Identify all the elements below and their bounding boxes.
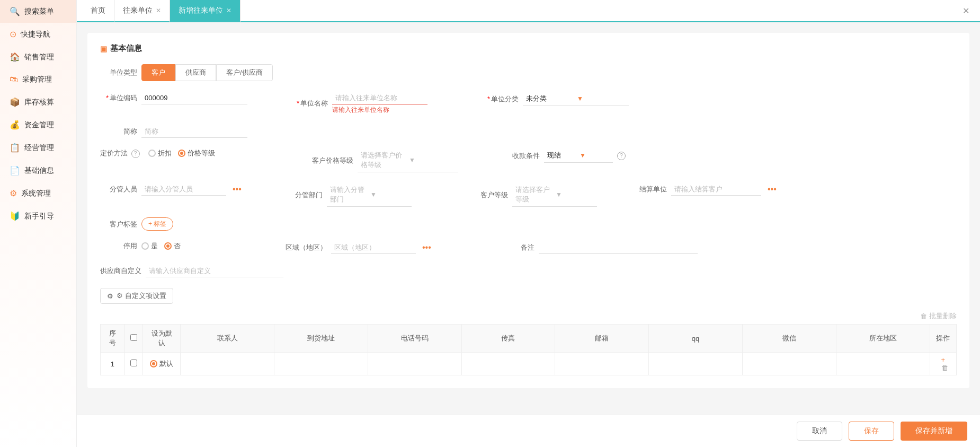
row-qq[interactable] xyxy=(649,353,743,375)
unit-name-input[interactable] xyxy=(332,92,427,104)
row-checkbox[interactable] xyxy=(124,353,142,375)
close-new-contact-tab[interactable]: ✕ xyxy=(226,7,231,14)
payment-terms-field: 收款条件 现结 ▼ ? xyxy=(503,148,957,163)
sidebar-item-finance[interactable]: 💰 资金管理 xyxy=(0,113,76,136)
contact-input[interactable] xyxy=(186,360,269,368)
save-and-new-button[interactable]: 保存并新增 xyxy=(901,422,967,441)
contact-table: 序号 设为默认 联系人 到货地址 电话号码 传真 邮箱 qq 微信 所在地区 xyxy=(100,324,957,375)
sidebar-item-operations[interactable]: 📋 经营管理 xyxy=(0,136,76,159)
cancel-button[interactable]: 取消 xyxy=(797,422,842,441)
row-delete-btn[interactable]: 🗑 xyxy=(941,364,948,372)
payment-help-icon[interactable]: ? xyxy=(617,152,626,160)
close-contacts-tab[interactable]: ✕ xyxy=(156,7,161,14)
manager-input[interactable] xyxy=(141,183,226,196)
tab-home[interactable]: 首页 xyxy=(82,0,114,22)
discount-radio-circle xyxy=(148,150,156,157)
table-row: 1 默认 xyxy=(101,353,957,375)
supplier-custom-field: 供应商自定义 xyxy=(100,265,957,277)
sidebar-item-shortcut[interactable]: ⊙ 快捷导航 xyxy=(0,23,76,46)
tags-field: 客户标签 + 标签 xyxy=(100,217,957,231)
qq-input[interactable] xyxy=(654,360,737,368)
batch-delete-label[interactable]: 批量删除 xyxy=(929,311,957,321)
settlement-unit-input[interactable] xyxy=(671,183,761,196)
box-icon: 📦 xyxy=(10,97,20,107)
supplier-custom-label: 供应商自定义 xyxy=(100,266,141,276)
region-input[interactable] xyxy=(331,241,416,254)
row-contact[interactable] xyxy=(181,353,274,375)
unit-category-field: *单位分类 未分类 ▼ xyxy=(482,92,957,106)
sidebar-item-search[interactable]: 🔍 搜索菜单 xyxy=(0,0,76,23)
sidebar-item-basic[interactable]: 📄 基础信息 xyxy=(0,159,76,182)
col-check xyxy=(124,325,142,353)
no-radio-circle xyxy=(164,242,172,250)
unit-category-select[interactable]: 未分类 ▼ xyxy=(523,92,629,106)
category-arrow-icon: ▼ xyxy=(577,95,626,102)
row-add-btn[interactable]: + xyxy=(941,356,945,364)
col-no: 序号 xyxy=(101,325,125,353)
row-ops: + 🗑 xyxy=(930,353,956,375)
address-input[interactable] xyxy=(280,360,362,368)
phone-input[interactable] xyxy=(373,360,456,368)
select-all-checkbox[interactable] xyxy=(130,334,137,341)
row-no: 1 xyxy=(101,353,125,375)
sidebar-item-guide[interactable]: 🔰 新手引导 xyxy=(0,205,76,227)
row-select-checkbox[interactable] xyxy=(130,360,137,366)
manager-more-btn[interactable]: ••• xyxy=(230,185,244,194)
tab-contacts[interactable]: 往来单位 ✕ xyxy=(114,0,170,22)
row-region-input[interactable] xyxy=(842,360,924,368)
row-phone[interactable] xyxy=(368,353,461,375)
default-radio[interactable]: 默认 xyxy=(148,359,175,369)
sidebar-item-purchase[interactable]: 🛍 采购管理 xyxy=(0,68,76,91)
type-btn-supplier[interactable]: 供应商 xyxy=(175,64,216,81)
department-field: 分管部门 请输入分管部门 ▼ xyxy=(286,183,460,207)
pricing-help-icon[interactable]: ? xyxy=(131,150,140,158)
fax-input[interactable] xyxy=(467,360,550,368)
payment-terms-select[interactable]: 现结 ▼ xyxy=(544,148,613,163)
sidebar-item-system[interactable]: ⚙ 系统管理 xyxy=(0,182,76,205)
col-wechat: 微信 xyxy=(743,325,836,353)
supplier-custom-input[interactable] xyxy=(146,265,283,277)
disabled-no[interactable]: 否 xyxy=(164,241,181,251)
row-region[interactable] xyxy=(836,353,930,375)
col-fax: 传真 xyxy=(461,325,555,353)
pricing-radio-discount[interactable]: 折扣 xyxy=(148,148,172,158)
sidebar-item-inventory[interactable]: 📦 库存核算 xyxy=(0,91,76,113)
unit-code-input[interactable] xyxy=(141,92,247,104)
home-icon: 🏠 xyxy=(10,52,20,62)
close-all-tabs-button[interactable]: ✕ xyxy=(957,6,975,16)
remark-input[interactable] xyxy=(539,241,698,254)
type-btn-customer[interactable]: 客户 xyxy=(141,64,175,81)
guide-icon: 🔰 xyxy=(10,211,20,221)
disabled-yes[interactable]: 是 xyxy=(141,241,158,251)
remark-field: 备注 xyxy=(497,241,957,254)
row-email[interactable] xyxy=(555,353,649,375)
customer-level-label: 客户等级 xyxy=(471,190,508,200)
settlement-more-btn[interactable]: ••• xyxy=(765,185,779,194)
customer-level-select[interactable]: 请选择客户等级 ▼ xyxy=(512,183,597,207)
add-tag-button[interactable]: + 标签 xyxy=(141,217,173,231)
save-button[interactable]: 保存 xyxy=(849,422,894,441)
code-name-category-row: *单位编码 *单位名称 请输入往来单位名称 *单位分类 未分类 ▼ xyxy=(100,92,957,115)
supplier-custom-row: 供应商自定义 xyxy=(100,265,957,277)
customer-price-level-select[interactable]: 请选择客户价格等级 ▼ xyxy=(358,148,458,172)
custom-settings-button[interactable]: ⚙ ⚙ 自定义项设置 xyxy=(100,288,173,304)
level-radio-circle xyxy=(178,150,185,157)
row-wechat[interactable] xyxy=(743,353,836,375)
row-fax[interactable] xyxy=(461,353,555,375)
section-title: ▣ 基本信息 xyxy=(100,43,957,54)
pricing-radio-level[interactable]: 价格等级 xyxy=(178,148,215,158)
type-btn-both[interactable]: 客户/供应商 xyxy=(216,64,273,81)
sidebar-item-sales[interactable]: 🏠 销售管理 xyxy=(0,46,76,68)
shortcut-icon: ⊙ xyxy=(10,29,16,39)
unit-name-error: 请输入往来单位名称 xyxy=(332,106,427,115)
content-area: ▣ 基本信息 单位类型 客户 供应商 客户/供应商 *单位编码 xyxy=(77,22,980,415)
col-qq: qq xyxy=(649,325,743,353)
region-more-btn[interactable]: ••• xyxy=(420,243,433,252)
settlement-unit-label: 结算单位 xyxy=(630,185,667,194)
tab-new-contact[interactable]: 新增往来单位 ✕ xyxy=(170,0,240,22)
email-input[interactable] xyxy=(560,360,643,368)
short-name-input[interactable] xyxy=(141,125,247,138)
row-address[interactable] xyxy=(274,353,368,375)
wechat-input[interactable] xyxy=(748,360,831,368)
department-select[interactable]: 请输入分管部门 ▼ xyxy=(327,183,412,207)
